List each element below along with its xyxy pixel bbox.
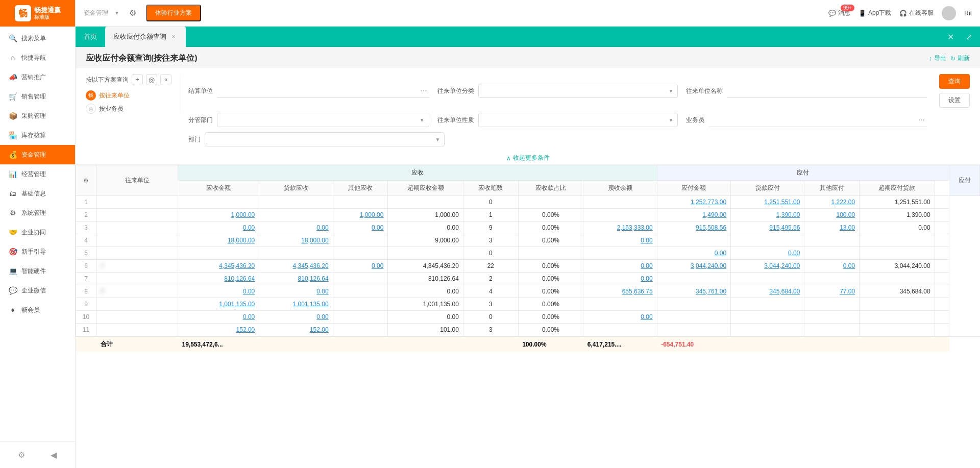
partner-name-input[interactable] bbox=[727, 84, 927, 98]
receivable-amount[interactable]: 0.00 bbox=[178, 285, 259, 298]
query-button[interactable]: 查询 bbox=[939, 74, 970, 89]
other-payable[interactable]: 77.00 bbox=[804, 285, 860, 298]
promo-button[interactable]: 体验行业方案 bbox=[146, 5, 201, 21]
payable-loan[interactable] bbox=[731, 273, 804, 285]
other-receivable[interactable] bbox=[333, 273, 388, 285]
payable-loan[interactable]: 1,251,551.00 bbox=[731, 196, 804, 209]
other-receivable[interactable]: 1,000.00 bbox=[333, 209, 388, 221]
payable-amount[interactable] bbox=[657, 234, 730, 247]
sidebar-item-inventory[interactable]: 🏪 库存核算 bbox=[0, 126, 75, 145]
user-avatar[interactable] bbox=[942, 6, 956, 20]
payable-amount[interactable]: 915,508.56 bbox=[657, 221, 730, 234]
other-receivable[interactable] bbox=[333, 285, 388, 298]
sidebar-item-purchase[interactable]: 📦 采购管理 bbox=[0, 106, 75, 126]
prepaid-balance[interactable]: 0.00 bbox=[583, 260, 657, 273]
payable-amount[interactable]: 345,761.00 bbox=[657, 285, 730, 298]
footer-prepaid-balance[interactable]: 6,417,215.... bbox=[583, 336, 657, 352]
receivable-amount[interactable]: 4,345,436.20 bbox=[178, 260, 259, 273]
other-payable[interactable] bbox=[804, 311, 860, 324]
topbar-settings-button[interactable]: ⚙ bbox=[126, 6, 140, 20]
other-payable[interactable] bbox=[804, 324, 860, 337]
other-payable[interactable]: 13.00 bbox=[804, 221, 860, 234]
receivable-loan[interactable]: 4,345,436.20 bbox=[259, 260, 333, 273]
sidebar-item-hardware[interactable]: 💻 智能硬件 bbox=[0, 261, 75, 281]
dept-manager-select[interactable]: ▼ bbox=[217, 113, 429, 127]
payable-amount[interactable]: 1,490.00 bbox=[657, 209, 730, 221]
payable-loan[interactable] bbox=[731, 298, 804, 311]
receivable-amount[interactable]: 0.00 bbox=[178, 221, 259, 234]
payable-amount[interactable]: 0.00 bbox=[657, 247, 730, 260]
other-payable[interactable] bbox=[804, 234, 860, 247]
payable-amount[interactable] bbox=[657, 273, 730, 285]
footer-receivable-amount[interactable]: 19,553,472,6... bbox=[178, 336, 259, 352]
sidebar-item-sales[interactable]: 🛒 销售管理 bbox=[0, 87, 75, 106]
receivable-loan[interactable]: 0.00 bbox=[259, 311, 333, 324]
receivable-loan[interactable]: 1,001,135.00 bbox=[259, 298, 333, 311]
payable-loan[interactable]: 0.00 bbox=[731, 247, 804, 260]
other-payable[interactable]: 100.00 bbox=[804, 209, 860, 221]
sidebar-item-nav[interactable]: ⌂ 快捷导航 bbox=[0, 48, 75, 67]
sidebar-item-collab[interactable]: 🤝 企业协同 bbox=[0, 223, 75, 242]
prepaid-balance[interactable]: 0.00 bbox=[583, 311, 657, 324]
other-payable[interactable] bbox=[804, 298, 860, 311]
payable-loan[interactable] bbox=[731, 311, 804, 324]
collapse-button[interactable]: ∧ 收起更多条件 bbox=[506, 154, 550, 162]
app-download-button[interactable]: 📱 App下载 bbox=[859, 9, 891, 17]
table-settings-icon[interactable]: ⚙ bbox=[83, 177, 89, 184]
message-button[interactable]: 💬 消息 99+ bbox=[828, 9, 850, 17]
partner-category-select[interactable]: ▼ bbox=[478, 84, 678, 98]
receivable-amount[interactable] bbox=[178, 247, 259, 260]
other-payable[interactable]: 1,222.00 bbox=[804, 196, 860, 209]
other-receivable[interactable]: 0.00 bbox=[333, 260, 388, 273]
payable-amount[interactable] bbox=[657, 324, 730, 337]
other-payable[interactable] bbox=[804, 247, 860, 260]
breadcrumb-expand-icon[interactable]: ▼ bbox=[114, 10, 119, 16]
receivable-amount[interactable]: 1,000.00 bbox=[178, 209, 259, 221]
receivable-amount[interactable]: 1,001,135.00 bbox=[178, 298, 259, 311]
other-receivable[interactable] bbox=[333, 311, 388, 324]
receivable-loan[interactable]: 0.00 bbox=[259, 221, 333, 234]
payable-amount[interactable]: 3,044,240.00 bbox=[657, 260, 730, 273]
prepaid-balance[interactable]: 0.00 bbox=[583, 273, 657, 285]
prepaid-balance[interactable]: 2,153,333.00 bbox=[583, 221, 657, 234]
receivable-amount[interactable]: 0.00 bbox=[178, 311, 259, 324]
sidebar-item-member[interactable]: ♦ 畅会员 bbox=[0, 300, 75, 319]
other-payable[interactable]: 0.00 bbox=[804, 260, 860, 273]
receivable-loan[interactable]: 810,126.64 bbox=[259, 273, 333, 285]
partner-nature-select[interactable]: ▼ bbox=[478, 113, 678, 127]
tab-balance-query[interactable]: 应收应付余额查询 × bbox=[105, 27, 186, 47]
payable-loan[interactable]: 915,495.56 bbox=[731, 221, 804, 234]
payable-loan[interactable] bbox=[731, 324, 804, 337]
receivable-loan[interactable] bbox=[259, 209, 333, 221]
other-payable[interactable] bbox=[804, 273, 860, 285]
sidebar-item-wechat[interactable]: 💬 企业微信 bbox=[0, 281, 75, 300]
sidebar-item-basic[interactable]: 🗂 基础信息 bbox=[0, 184, 75, 203]
prepaid-balance[interactable] bbox=[583, 247, 657, 260]
other-receivable[interactable]: 0.00 bbox=[333, 221, 388, 234]
filter-add-button[interactable]: + bbox=[132, 74, 143, 85]
filter-target-button[interactable]: ◎ bbox=[146, 74, 157, 85]
other-receivable[interactable] bbox=[333, 234, 388, 247]
sidebar-collapse-button[interactable]: ◀ bbox=[45, 447, 62, 463]
receivable-loan[interactable]: 18,000.00 bbox=[259, 234, 333, 247]
payable-amount[interactable]: 1,252,773.00 bbox=[657, 196, 730, 209]
payable-amount[interactable] bbox=[657, 311, 730, 324]
department-select[interactable]: ▼ bbox=[205, 132, 445, 146]
tab-home[interactable]: 首页 bbox=[76, 27, 105, 47]
payable-amount[interactable] bbox=[657, 298, 730, 311]
sidebar-settings-button[interactable]: ⚙ bbox=[13, 447, 30, 463]
receivable-loan[interactable]: 152.00 bbox=[259, 324, 333, 337]
receivable-amount[interactable]: 18,000.00 bbox=[178, 234, 259, 247]
tab-close-all-button[interactable]: ✕ bbox=[943, 30, 958, 44]
salesman-input[interactable]: ··· bbox=[708, 113, 927, 127]
receivable-loan[interactable] bbox=[259, 196, 333, 209]
prepaid-balance[interactable] bbox=[583, 298, 657, 311]
filter-collapse-button[interactable]: « bbox=[160, 74, 172, 85]
prepaid-balance[interactable] bbox=[583, 209, 657, 221]
filter-settings-button[interactable]: 设置 bbox=[939, 93, 970, 108]
receivable-loan[interactable]: 0.00 bbox=[259, 285, 333, 298]
other-receivable[interactable] bbox=[333, 324, 388, 337]
tab-close-icon[interactable]: × bbox=[169, 33, 178, 41]
sidebar-item-search[interactable]: 🔍 搜索菜单 bbox=[0, 29, 75, 48]
receivable-amount[interactable] bbox=[178, 196, 259, 209]
